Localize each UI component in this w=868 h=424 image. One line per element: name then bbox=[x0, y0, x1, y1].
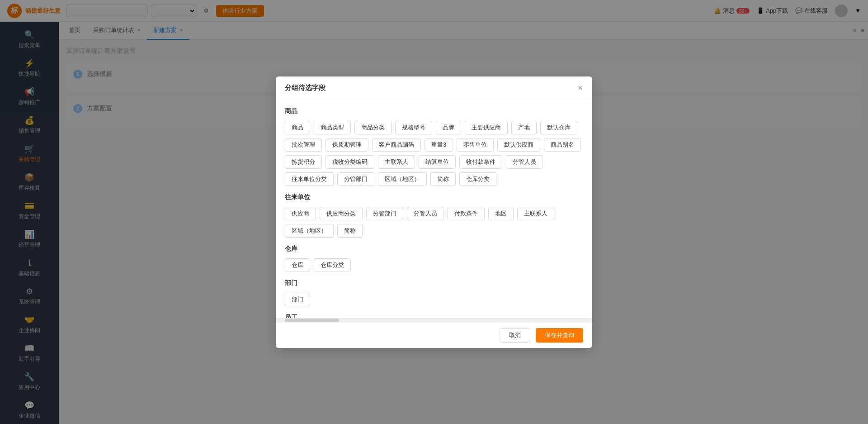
modal-overlay: 分组待选字段 ✕ 商品 商品 商品类型 商品分类 规格型号 品牌 主要供应商 产… bbox=[0, 0, 868, 424]
hscroll-thumb bbox=[285, 319, 339, 322]
modal-dialog: 分组待选字段 ✕ 商品 商品 商品类型 商品分类 规格型号 品牌 主要供应商 产… bbox=[276, 76, 592, 348]
field-tag[interactable]: 商品类型 bbox=[314, 121, 351, 134]
field-tag[interactable]: 主联系人 bbox=[517, 207, 554, 220]
cancel-button[interactable]: 取消 bbox=[500, 328, 530, 343]
modal-horizontal-scrollbar[interactable] bbox=[276, 318, 592, 322]
field-tag[interactable]: 分管部门 bbox=[366, 207, 403, 220]
field-tag[interactable]: 商品分类 bbox=[354, 121, 392, 134]
field-tag[interactable]: 主要供应商 bbox=[465, 121, 508, 134]
section-title-warehouse: 仓库 bbox=[285, 245, 583, 253]
field-tag[interactable]: 供应商 bbox=[285, 207, 316, 220]
field-tag[interactable]: 区域（地区） bbox=[285, 224, 334, 238]
field-tag[interactable]: 分管人员 bbox=[407, 207, 444, 220]
field-tag[interactable]: 地区 bbox=[488, 207, 514, 220]
field-tag[interactable]: 商品 bbox=[285, 121, 310, 134]
field-tag[interactable]: 付款条件 bbox=[448, 207, 485, 220]
modal-footer: 取消 保存并查询 bbox=[276, 322, 592, 348]
field-tag[interactable]: 仓库分类 bbox=[314, 258, 351, 272]
field-tag[interactable]: 简称 bbox=[430, 172, 456, 186]
field-tag[interactable]: 往来单位分类 bbox=[285, 172, 334, 186]
section-title-dept: 部门 bbox=[285, 279, 583, 287]
field-tag[interactable]: 税收分类编码 bbox=[326, 155, 374, 169]
field-tag[interactable]: 区域（地区） bbox=[378, 172, 427, 186]
field-tag[interactable]: 主联系人 bbox=[378, 155, 415, 169]
field-tag[interactable]: 保质期管理 bbox=[326, 138, 368, 152]
section-title-partner: 往来单位 bbox=[285, 193, 583, 201]
field-tag[interactable]: 默认仓库 bbox=[540, 121, 577, 134]
fields-grid-product: 商品 商品类型 商品分类 规格型号 品牌 主要供应商 产地 默认仓库 批次管理 … bbox=[285, 121, 583, 186]
field-tag[interactable]: 商品别名 bbox=[544, 138, 581, 152]
field-tag[interactable]: 部门 bbox=[285, 293, 310, 306]
field-tag[interactable]: 产地 bbox=[511, 121, 537, 134]
field-tag[interactable]: 规格型号 bbox=[395, 121, 432, 134]
section-title-product: 商品 bbox=[285, 107, 583, 115]
fields-grid-partner: 供应商 供应商分类 分管部门 分管人员 付款条件 地区 主联系人 区域（地区） … bbox=[285, 207, 583, 238]
fields-grid-warehouse: 仓库 仓库分类 bbox=[285, 258, 583, 272]
modal-body: 商品 商品 商品类型 商品分类 规格型号 品牌 主要供应商 产地 默认仓库 批次… bbox=[276, 98, 592, 318]
field-tag[interactable]: 客户商品编码 bbox=[372, 138, 421, 152]
field-tag[interactable]: 零售单位 bbox=[457, 138, 494, 152]
field-tag[interactable]: 仓库分类 bbox=[459, 172, 496, 186]
modal-header: 分组待选字段 ✕ bbox=[276, 76, 592, 98]
field-tag[interactable]: 批次管理 bbox=[285, 138, 322, 152]
field-tag[interactable]: 拣货积分 bbox=[285, 155, 322, 169]
field-tag[interactable]: 默认供应商 bbox=[497, 138, 540, 152]
modal-close-button[interactable]: ✕ bbox=[577, 84, 583, 92]
field-tag[interactable]: 分管人员 bbox=[506, 155, 543, 169]
field-tag[interactable]: 仓库 bbox=[285, 258, 310, 272]
modal-title: 分组待选字段 bbox=[285, 84, 326, 92]
field-tag[interactable]: 重量3 bbox=[425, 138, 453, 152]
field-tag[interactable]: 供应商分类 bbox=[320, 207, 363, 220]
field-tag[interactable]: 分管部门 bbox=[337, 172, 374, 186]
fields-grid-dept: 部门 bbox=[285, 293, 583, 306]
field-tag[interactable]: 品牌 bbox=[436, 121, 461, 134]
field-tag[interactable]: 结算单位 bbox=[419, 155, 456, 169]
field-tag[interactable]: 简称 bbox=[337, 224, 363, 238]
field-tag[interactable]: 收付款条件 bbox=[459, 155, 502, 169]
confirm-button[interactable]: 保存并查询 bbox=[536, 328, 583, 343]
section-title-staff: 员工 bbox=[285, 314, 583, 318]
